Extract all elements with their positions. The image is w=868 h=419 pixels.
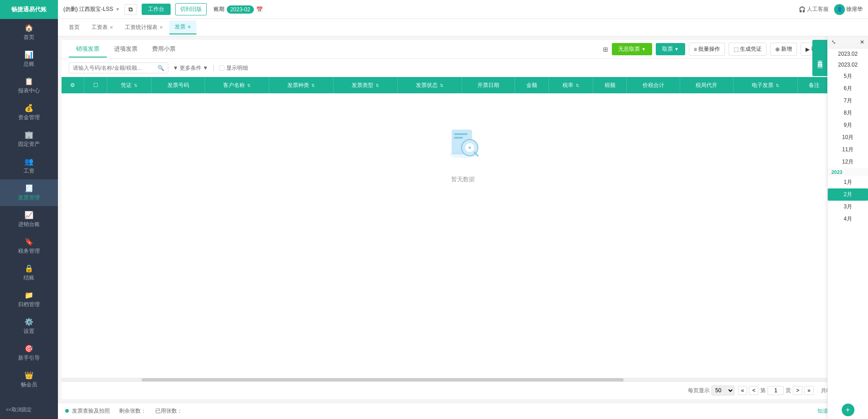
sidebar-item-invoice[interactable]: 🧾 发票管理 — [0, 179, 58, 206]
invoice-table: ⚙ ☐ 凭证 ⇅ 发票号码 客户名称 ⇅ 发票种类 ⇅ 发票类型 ⇅ 发票状态 … — [62, 77, 864, 93]
no-ticket-button[interactable]: 无息取票 ▼ — [612, 43, 652, 55]
col-inv-type: 发票类型 ⇅ — [333, 77, 397, 93]
home-icon: 🏠 — [24, 24, 33, 32]
cert-sort-icon[interactable]: ⇅ — [134, 83, 138, 88]
search-icon[interactable]: 🔍 — [157, 65, 164, 71]
tab-invoice-close[interactable]: ✕ — [187, 24, 191, 29]
sub-tab-purchase-invoice[interactable]: 进项发票 — [107, 41, 145, 58]
tab-invoice[interactable]: 发票 ✕ — [169, 20, 196, 34]
tab-salary-report[interactable]: 工资统计报表 ✕ — [119, 21, 168, 34]
app-logo-text: 畅捷通易代账 — [11, 5, 47, 14]
more-filter-button[interactable]: ▼ 更多条件 ▼ — [173, 64, 208, 72]
status-sort-icon[interactable]: ⇅ — [440, 83, 444, 88]
date-entry-1[interactable]: 1月 — [828, 176, 868, 188]
date-entry-4[interactable]: 4月 — [828, 213, 868, 225]
col-customer: 客户名称 ⇅ — [205, 77, 269, 93]
date-entry-8[interactable]: 8月 — [828, 107, 868, 119]
tab-home[interactable]: 首页 — [63, 21, 85, 34]
sidebar-item-sales[interactable]: 📈 进销台账 — [0, 206, 58, 233]
type-sort-icon[interactable]: ⇅ — [311, 83, 315, 88]
tax-rate-sort-icon[interactable]: ⇅ — [576, 83, 579, 88]
sub-tab-sales-invoice[interactable]: 销项发票 — [69, 41, 107, 58]
date-panel-scroll[interactable]: 2023.02 2023.02 5月 6月 7月 8月 9月 10月 11月 1… — [828, 48, 868, 401]
col-cert: 凭证 ⇅ — [107, 77, 152, 93]
date-entry-10[interactable]: 10月 — [828, 131, 868, 144]
new-button[interactable]: ⊕ 新增 — [770, 43, 797, 56]
first-page-button[interactable]: « — [738, 386, 748, 395]
open-period-button[interactable]: 开票日期 — [812, 40, 827, 76]
sidebar-item-member[interactable]: 👑 畅会员 — [0, 366, 58, 393]
sidebar-item-archive[interactable]: 📁 归档管理 — [0, 286, 58, 313]
generate-cert-label: 生成凭证 — [740, 45, 762, 53]
sidebar-item-label: 工资 — [24, 167, 34, 175]
customer-sort-icon[interactable]: ⇅ — [247, 83, 251, 88]
date-entry-3[interactable]: 3月 — [828, 201, 868, 213]
page-number-input[interactable] — [768, 386, 784, 395]
date-entry-7[interactable]: 7月 — [828, 95, 868, 107]
sidebar-item-tax[interactable]: 🔖 税务管理 — [0, 233, 58, 260]
date-entry-12[interactable]: 12月 — [828, 156, 868, 168]
inv-type-sort-icon[interactable]: ⇅ — [376, 83, 379, 88]
tab-salary-report-close[interactable]: ✕ — [159, 25, 163, 30]
sidebar-item-salary[interactable]: 👥 工资 — [0, 153, 58, 179]
page-label: 页 — [786, 387, 791, 395]
tab-home-label: 首页 — [69, 24, 80, 31]
no-ticket-label: 无息取票 — [618, 45, 640, 53]
company-selector[interactable]: (勿删) 江西股宝-LSS ▼ — [63, 5, 120, 13]
company-name: (勿删) 江西股宝-LSS — [63, 5, 113, 13]
date-entry-6[interactable]: 6月 — [828, 82, 868, 95]
date-entry-9[interactable]: 9月 — [828, 119, 868, 131]
generate-cert-button[interactable]: ⬚ 生成凭证 — [729, 43, 767, 56]
grid-icon: ⊞ — [603, 46, 608, 53]
batch-ops-icon: ≡ — [694, 46, 697, 53]
old-version-button[interactable]: 切到旧版 — [175, 3, 207, 15]
sidebar-item-label: 总账 — [24, 60, 34, 68]
col-settings[interactable]: ⚙ — [62, 77, 84, 93]
col-type: 发票种类 ⇅ — [269, 77, 334, 93]
user-profile[interactable]: 👤 徐溶华 — [834, 4, 863, 15]
sidebar-item-settings[interactable]: ⚙️ 设置 — [0, 313, 58, 340]
unpin-button[interactable]: <<取消固定 — [4, 404, 54, 415]
date-entry-11[interactable]: 11月 — [828, 144, 868, 156]
copy-button[interactable]: ⧉ — [124, 4, 137, 15]
take-ticket-button[interactable]: 取票 ▼ — [656, 43, 685, 55]
sidebar-item-label: 结账 — [24, 274, 34, 282]
sidebar-item-label: 发票管理 — [18, 194, 40, 202]
date-panel-add-button[interactable]: + — [842, 404, 854, 416]
used-tickets: 已用张数： — [155, 407, 182, 415]
electronic-sort-icon[interactable]: ⇅ — [776, 83, 779, 88]
no-ticket-dropdown-icon: ▼ — [641, 47, 646, 52]
date-entry-2-active[interactable]: 2月 — [828, 188, 868, 201]
sidebar-item-reports[interactable]: 📋 报表中心 — [0, 72, 58, 99]
sidebar-item-guide[interactable]: 🎯 新手引导 — [0, 340, 58, 366]
date-panel-close-icon[interactable]: ✕ — [860, 39, 864, 45]
show-detail-toggle[interactable]: 显示明细 — [219, 64, 248, 72]
sidebar-item-ledger[interactable]: 📊 总账 — [0, 46, 58, 72]
sidebar-item-assets[interactable]: 🏢 固定资产 — [0, 126, 58, 153]
date-entry-2023-02-first[interactable]: 2023.02 — [828, 48, 868, 59]
remaining-tickets: 剩余张数： — [119, 407, 146, 415]
next-page-button[interactable]: > — [793, 386, 802, 395]
show-detail-checkbox[interactable] — [219, 65, 224, 71]
col-checkbox[interactable]: ☐ — [84, 77, 107, 93]
invoice-icon: 🧾 — [24, 184, 33, 193]
sidebar-item-home[interactable]: 🏠 首页 — [0, 19, 58, 46]
date-entry-2023-02-second[interactable]: 2023.02 — [828, 59, 868, 70]
batch-ops-button[interactable]: ≡ 批量操作 — [689, 43, 725, 56]
empty-text: 暂无数据 — [451, 175, 475, 183]
prev-page-button[interactable]: < — [749, 386, 758, 395]
period-value[interactable]: 2023-02 — [227, 5, 254, 14]
search-input[interactable] — [73, 65, 155, 71]
page-size-select[interactable]: 50 10 20 100 — [711, 385, 734, 395]
tab-salary[interactable]: 工资表 ✕ — [86, 21, 119, 34]
date-entry-5[interactable]: 5月 — [828, 70, 868, 82]
used-label: 已用张数： — [155, 408, 182, 414]
tab-salary-close[interactable]: ✕ — [110, 25, 113, 30]
horizontal-scrollbar[interactable] — [62, 378, 864, 381]
workbench-button[interactable]: 工作台 — [142, 4, 171, 15]
sidebar-item-closing[interactable]: 🔒 结账 — [0, 260, 58, 286]
sidebar-item-funds[interactable]: 💰 资金管理 — [0, 99, 58, 126]
service-button[interactable]: 🎧 人工客服 — [799, 5, 829, 13]
date-panel-expand-icon[interactable]: ⤡ — [831, 39, 836, 45]
sub-tab-expense-ticket[interactable]: 费用小票 — [145, 41, 183, 58]
